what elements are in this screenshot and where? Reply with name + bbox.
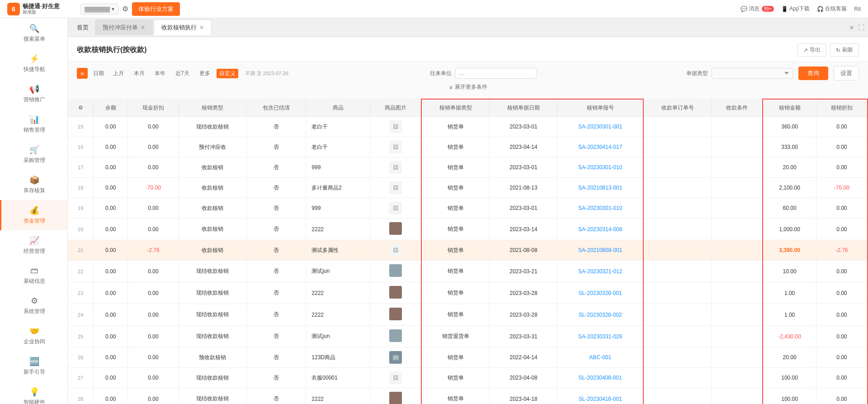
sidebar-item-quicknav[interactable]: ⚡ 快捷导航 [0, 48, 67, 79]
col-header-writeoff-discount: 核销折扣 [816, 99, 868, 117]
sidebar-item-collaboration[interactable]: 🤝 企业协同 [0, 321, 67, 351]
bill-type-select[interactable]: 销货单 销货退货单 [712, 68, 793, 79]
table-body: 150.000.00现结收款核销否老白干🖼销货单2023-03-01SA-202… [68, 117, 868, 404]
row-number: 17 [68, 157, 94, 178]
bill-type-filter: 单据类型 销货单 销货退货单 [686, 68, 793, 79]
bill-report-no-link[interactable]: SA-20230331-026 [578, 333, 622, 340]
bill-report-no-link[interactable]: ABC-001 [589, 354, 611, 361]
include-settled-cell: 否 [246, 219, 306, 240]
sidebar-item-system[interactable]: ⚙ 系统管理 [0, 290, 67, 321]
goods-cell: 2222 [306, 282, 370, 304]
bill-report-no-link[interactable]: SA-20210808-001 [578, 247, 622, 253]
tab-close-all-icon[interactable]: ✕ [849, 24, 854, 31]
writeoff-discount-cell: 0.00 [816, 117, 868, 137]
bill-report-no-link[interactable]: SL-20230328-002 [579, 312, 622, 318]
col-header-goods: 商品 [306, 99, 370, 117]
settings-icon[interactable]: ⚙ [122, 5, 128, 13]
writeoff-amount-cell: 100.00 [763, 368, 816, 388]
col-header-bill-report-type: 核销单据类型 [421, 99, 490, 117]
balance-cell: 0.00 [94, 157, 128, 178]
bill-report-no-link[interactable]: SL-20230408-001 [579, 375, 622, 381]
app-download-btn[interactable]: 📱 App下载 [781, 5, 810, 13]
balance-cell: 0.00 [94, 117, 128, 137]
date-this-month[interactable]: 本月 [130, 68, 148, 79]
bill-report-no-link[interactable]: SA-20230301-010 [578, 164, 622, 171]
bill-report-no-cell: SA-20230314-008 [557, 219, 643, 240]
table-row: 210.00-2.76收款核销否测试多属性🖼销货单2021-08-08SA-20… [68, 240, 868, 261]
receipt-condition-cell [712, 326, 763, 347]
receipt-condition-cell [712, 137, 763, 157]
writeoff-discount-cell: 0.00 [816, 368, 868, 388]
bill-report-no-link[interactable]: SA-20230414-017 [578, 144, 622, 150]
col-header-cash-discount: 现金折扣 [128, 99, 179, 117]
balance-cell: 0.00 [94, 282, 128, 304]
app-logo: 6 畅捷通·好生意 标准版 [7, 3, 75, 15]
sidebar-item-newbie[interactable]: 🆕 新手引导 [0, 351, 67, 381]
query-btn[interactable]: 查询 [798, 67, 828, 80]
industry-btn[interactable]: 体验行业方案 [132, 2, 180, 16]
goods-img-cell: 🖼 [370, 240, 422, 261]
balance-cell: 0.00 [94, 219, 128, 240]
company-selector[interactable]: ▓▓▓▓▓▓▓ ▾ [80, 4, 118, 14]
bill-report-no-link[interactable]: SL-20230328-001 [579, 290, 622, 296]
col-header-bill-report-date: 核销单据日期 [490, 99, 557, 117]
sidebar-item-management[interactable]: 📈 经营管理 [0, 230, 67, 261]
writeoff-type-cell: 预收款核销 [179, 347, 246, 368]
include-settled-cell: 否 [246, 117, 306, 137]
writeoff-discount-cell: 0.00 [816, 137, 868, 157]
message-btn[interactable]: 💬 消息 99+ [741, 5, 774, 13]
export-btn[interactable]: ↗ 导出 [797, 43, 826, 57]
expand-more-btn[interactable]: ∨ 展开更多条件 [77, 81, 859, 94]
filter-collapse-btn[interactable]: » [77, 68, 88, 79]
writeoff-type-cell: 现结收款核销 [179, 282, 246, 304]
col-header-receipt-order-no: 收款单订单号 [643, 99, 712, 117]
settings-btn[interactable]: 设置 [834, 66, 859, 81]
bill-report-no-cell: SA-20230301-010 [557, 157, 643, 178]
sidebar-item-hardware[interactable]: 💡 智能硬件 [0, 381, 67, 404]
row-number: 20 [68, 219, 94, 240]
tab-prepay[interactable]: 预付冲应付单 ✕ [95, 19, 153, 35]
tab-expand-icon[interactable]: ⛶ [858, 24, 864, 31]
sidebar-item-sales[interactable]: 📊 销售管理 [0, 109, 67, 139]
balance-cell: 0.00 [94, 198, 128, 219]
online-service-btn[interactable]: 🎧 在线客服 [817, 5, 847, 13]
mobile-icon: 📱 [781, 6, 788, 12]
bill-report-no-cell: SA-20210813-001 [557, 178, 643, 198]
date-custom[interactable]: 自定义 [217, 69, 238, 78]
date-7days[interactable]: 近7天 [172, 68, 193, 79]
hardware-icon: 💡 [29, 387, 39, 397]
balance-cell: 0.00 [94, 388, 128, 404]
partner-input[interactable] [455, 68, 537, 79]
sidebar-item-marketing[interactable]: 📢 营销推广 [0, 79, 67, 109]
tab-home[interactable]: 首页 [71, 20, 94, 35]
tab-writeoff[interactable]: 收款核销执行 ✕ [154, 19, 212, 35]
bill-report-no-link[interactable]: SL-20230418-001 [579, 396, 622, 402]
row-number: 23 [68, 282, 94, 304]
receipt-condition-cell [712, 347, 763, 368]
writeoff-amount-cell: 20.00 [763, 347, 816, 368]
user-area[interactable]: Rit [854, 6, 861, 12]
sidebar-item-inventory[interactable]: 📦 库存核算 [0, 170, 67, 200]
tab-writeoff-close[interactable]: ✕ [199, 24, 204, 31]
bill-report-no-link[interactable]: SA-20230314-008 [578, 226, 622, 233]
bill-report-no-link[interactable]: SA-20230321-012 [578, 268, 622, 275]
bill-report-no-link[interactable]: SA-20230301-001 [578, 124, 622, 130]
bill-report-no-cell: ABC-001 [557, 347, 643, 368]
bill-report-no-link[interactable]: SA-20210813-001 [578, 185, 622, 191]
date-more[interactable]: 更多 [196, 68, 214, 79]
writeoff-discount-cell: 0.00 [816, 219, 868, 240]
sidebar-item-purchase[interactable]: 🛒 采购管理 [0, 139, 67, 170]
sidebar-item-finance[interactable]: 💰 资金管理 [0, 200, 67, 230]
row-number: 18 [68, 178, 94, 198]
tab-prepay-close[interactable]: ✕ [141, 24, 145, 31]
bill-report-no-link[interactable]: SA-20230301-010 [578, 205, 622, 211]
sidebar-item-basic-info[interactable]: 🗃 基础信息 [0, 261, 67, 290]
refresh-btn[interactable]: ↻ 刷新 [830, 43, 859, 57]
receipt-condition-cell [712, 304, 763, 326]
goods-img-cell [370, 304, 422, 326]
sidebar-item-search[interactable]: 🔍 搜索菜单 [0, 18, 67, 48]
table-container[interactable]: ⚙ 余额 现金折扣 核销类型 包含已结清 商品 商品图片 核销单据类型 核销单据… [68, 99, 868, 404]
date-last-month[interactable]: 上月 [109, 68, 127, 79]
top-bar-center: ▓▓▓▓▓▓▓ ▾ ⚙ 体验行业方案 [80, 2, 735, 16]
date-this-year[interactable]: 本年 [151, 68, 169, 79]
